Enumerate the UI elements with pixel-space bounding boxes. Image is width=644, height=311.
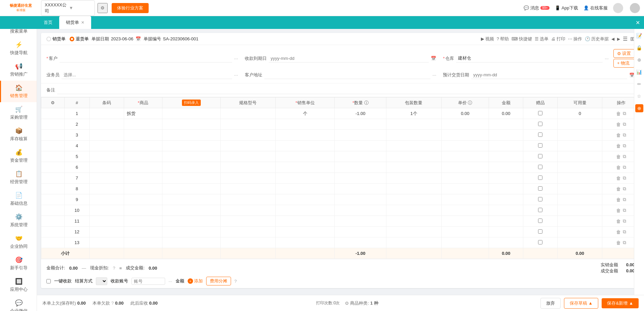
row-spec[interactable] [220,216,275,227]
toolbar-select-btn[interactable]: ☰ 选单 [535,36,548,42]
row-copy-icon[interactable]: ⧉ [623,111,626,116]
sidebar-item-finance[interactable]: 💰 资金管理 [0,145,37,167]
sidebar-item-enterprise[interactable]: 🤝 企业协同 [0,231,37,253]
row-gift[interactable] [523,216,558,227]
row-spec[interactable] [220,205,275,216]
row-barcode[interactable] [89,130,124,141]
row-delete-icon[interactable]: 🗑 [616,229,621,235]
row-pack-qty[interactable] [386,227,442,237]
sidebar-item-quick-nav[interactable]: ⚡ 快捷导航 [0,38,37,59]
sidebar-item-purchase[interactable]: 🛒 采购管理 [0,102,37,124]
row-pack-qty[interactable] [386,162,442,173]
row-unit[interactable] [275,194,335,205]
row-amount[interactable] [489,227,523,237]
message-button[interactable]: 💬 消息 99+ [524,5,550,11]
row-barcode[interactable] [89,216,124,227]
row-price[interactable] [441,227,489,237]
row-delete-icon[interactable]: 🗑 [616,122,621,127]
sidebar-item-sales[interactable]: 🏠 销售管理 [0,81,37,102]
row-unit[interactable] [275,173,335,184]
toolbar-next-btn[interactable]: ▶ [617,37,620,41]
row-product[interactable] [124,194,162,205]
row-barcode[interactable] [89,194,124,205]
row-unit[interactable] [275,184,335,194]
toolbar-prev-btn[interactable]: ◀ [611,37,614,41]
row-price[interactable] [441,205,489,216]
row-product[interactable] [124,119,162,130]
discount-help-icon[interactable]: ? [113,266,115,271]
row-copy-icon[interactable]: ⧉ [623,143,626,149]
row-copy-icon[interactable]: ⧉ [623,207,626,213]
row-copy-icon[interactable]: ⧉ [623,175,626,181]
right-panel-icon-6[interactable]: ☆ [635,92,643,100]
account-input[interactable] [131,278,165,285]
row-gift[interactable] [523,237,558,248]
row-barcode[interactable] [89,162,124,173]
row-barcode[interactable] [89,119,124,130]
avatar[interactable] [613,3,623,13]
dots-icon[interactable]: ··· [168,279,172,284]
right-panel-icon-1[interactable]: 📝 [635,32,643,40]
row-product[interactable] [124,237,162,248]
row-spec[interactable] [220,227,275,237]
row-product[interactable] [124,141,162,151]
row-copy-icon[interactable]: ⧉ [623,132,626,138]
row-gift[interactable] [523,108,558,119]
toolbar-print-btn[interactable]: 🖨 打印 [551,36,565,42]
row-gift[interactable] [523,119,558,130]
row-product[interactable] [124,227,162,237]
row-product[interactable] [124,216,162,227]
customer-address-input[interactable] [264,71,430,79]
row-delete-icon[interactable]: 🗑 [616,176,621,181]
row-qty[interactable] [335,205,386,216]
row-spec[interactable] [220,119,275,130]
settlement-select[interactable] [96,277,107,285]
right-panel-icon-2[interactable]: 🔒 [635,44,643,52]
radio-return-order[interactable]: 退货单 [70,36,89,42]
sidebar-item-guide[interactable]: 🎯 新手引导 [0,253,37,274]
fee-help-icon[interactable]: ? [234,279,237,284]
row-pack-qty[interactable] [386,237,442,248]
row-spec[interactable] [220,130,275,141]
row-amount[interactable] [489,141,523,151]
row-unit[interactable] [275,119,335,130]
customer-input[interactable] [60,54,232,63]
row-delete-icon[interactable]: 🗑 [616,186,621,192]
right-panel-icon-4[interactable]: 📊 [635,68,643,76]
receipt-date-input[interactable] [269,54,429,63]
row-spec[interactable] [220,162,275,173]
sidebar-item-system[interactable]: ⚙️ 系统管理 [0,210,37,231]
row-gift[interactable] [523,227,558,237]
sidebar-item-inventory[interactable]: 📦 库存核算 [0,124,37,145]
row-price[interactable] [441,141,489,151]
row-qty[interactable] [335,162,386,173]
customer-address-dots-icon[interactable]: ··· [432,72,437,78]
row-pack-qty[interactable]: 1个 [386,108,442,119]
user-dropdown[interactable] [630,3,640,13]
row-barcode[interactable] [89,184,124,194]
row-barcode[interactable] [89,108,124,119]
row-copy-icon[interactable]: ⧉ [623,164,626,170]
row-qty[interactable] [335,184,386,194]
toolbar-operations-btn[interactable]: ⋯ 操作 [568,36,582,42]
row-pack-qty[interactable] [386,141,442,151]
toolbar-shortcut-btn[interactable]: ⌨ 快捷键 [512,36,532,42]
row-copy-icon[interactable]: ⧉ [623,197,626,202]
row-price[interactable] [441,173,489,184]
row-delete-icon[interactable]: 🗑 [616,111,621,116]
row-qty[interactable] [335,237,386,248]
row-gift[interactable] [523,173,558,184]
sidebar-item-marketing[interactable]: 📢 营销推广 [0,59,37,81]
row-product[interactable] [124,151,162,162]
right-panel-icon-5[interactable]: ✏ [635,80,643,88]
row-amount[interactable] [489,184,523,194]
close-window-icon[interactable]: ✕ [636,20,640,26]
row-product[interactable] [124,184,162,194]
right-panel-icon-orange[interactable]: ⊕ [635,104,643,112]
row-gift[interactable] [523,130,558,141]
th-scan[interactable]: 扫码录入 [162,98,220,108]
row-qty[interactable] [335,216,386,227]
row-gift[interactable] [523,184,558,194]
row-product[interactable] [124,173,162,184]
date-calendar-icon[interactable]: 📅 [136,36,141,41]
